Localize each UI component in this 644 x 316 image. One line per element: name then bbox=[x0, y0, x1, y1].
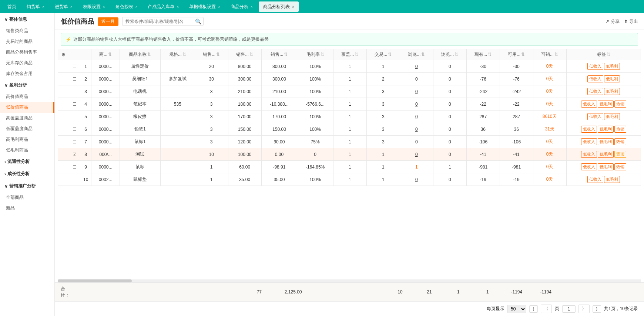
sidebar-item-low-coverage[interactable]: 低覆盖度商品 bbox=[0, 123, 54, 134]
sidebar-item-sales-products[interactable]: 销售类商品 bbox=[0, 26, 54, 36]
col-sales1[interactable]: 销售...⇅ bbox=[195, 49, 228, 60]
nav-home[interactable]: 首页 bbox=[3, 1, 21, 12]
nav-role-auth[interactable]: 角色授权 × bbox=[111, 1, 142, 12]
row-col11[interactable]: 0 bbox=[400, 123, 433, 136]
col-code[interactable]: 商...⇅ bbox=[91, 49, 120, 60]
share-icon: ↗ bbox=[606, 19, 609, 24]
row-checkbox[interactable]: ☐ bbox=[69, 123, 80, 136]
col-coverage[interactable]: 覆盖...⇅ bbox=[333, 49, 366, 60]
row-checkbox[interactable]: ☐ bbox=[69, 111, 80, 123]
row-col11[interactable]: 0 bbox=[400, 98, 433, 111]
nav-purchase-order[interactable]: 进货单 × bbox=[50, 1, 77, 12]
row-col11[interactable]: 0 bbox=[400, 73, 433, 85]
sidebar-item-high-value[interactable]: 高价值商品 bbox=[0, 91, 54, 102]
sidebar-group-overall[interactable]: ∨ 整体信息 bbox=[0, 13, 54, 26]
col-current[interactable]: 现有...⇅ bbox=[466, 49, 500, 60]
row-col15: 0天 bbox=[533, 161, 566, 173]
nav-sales-order[interactable]: 销货单 × bbox=[22, 1, 49, 12]
row-code: 0002... bbox=[91, 173, 120, 186]
col-name[interactable]: 商品名称⇅ bbox=[120, 49, 161, 60]
sidebar-group-profit[interactable]: ∨ 盈利分析 bbox=[0, 79, 54, 91]
col-browse1[interactable]: 浏览...⇅ bbox=[400, 49, 433, 60]
row-col11[interactable]: 0 bbox=[400, 136, 433, 148]
row-col11[interactable]: 0 bbox=[400, 148, 433, 161]
row-name: 电话机 bbox=[120, 85, 161, 98]
row-col9: 1 bbox=[333, 73, 366, 85]
nav-close-icon[interactable]: × bbox=[103, 5, 105, 9]
nav-close-icon[interactable]: × bbox=[42, 5, 44, 9]
row-gear[interactable] bbox=[58, 148, 69, 161]
nav-close-icon[interactable]: × bbox=[177, 5, 179, 9]
sidebar-item-category-sales-rate[interactable]: 商品分类销售率 bbox=[0, 47, 54, 58]
row-checkbox[interactable]: ☐ bbox=[69, 85, 80, 98]
nav-close-icon[interactable]: × bbox=[70, 5, 73, 9]
sidebar-item-traded-products[interactable]: 交易过的商品 bbox=[0, 36, 54, 47]
row-checkbox[interactable]: ☑ bbox=[69, 148, 80, 161]
nav-product-analysis-list[interactable]: 商品分析列表 × bbox=[259, 1, 299, 12]
col-sellable[interactable]: 可销...⇅ bbox=[533, 49, 566, 60]
row-checkbox[interactable]: ☐ bbox=[69, 173, 80, 186]
row-gear[interactable] bbox=[58, 60, 69, 73]
row-gear[interactable] bbox=[58, 111, 69, 123]
row-gear[interactable] bbox=[58, 85, 69, 98]
nav-template-settings[interactable]: 单据模板设置 × bbox=[185, 1, 225, 12]
sidebar-item-no-stock[interactable]: 无库存的商品 bbox=[0, 58, 54, 68]
sidebar-item-stock-capital[interactable]: 库存资金占用 bbox=[0, 68, 54, 79]
col-gear[interactable]: ⚙ bbox=[58, 49, 69, 60]
col-checkbox[interactable]: ☐ bbox=[69, 49, 80, 60]
row-gear[interactable] bbox=[58, 73, 69, 85]
col-margin[interactable]: 毛利率⇅ bbox=[297, 49, 333, 60]
nav-product-analysis[interactable]: 商品分析 × bbox=[226, 1, 257, 12]
row-checkbox[interactable]: ☐ bbox=[69, 73, 80, 85]
prev-page-button[interactable]: 〈 bbox=[541, 305, 552, 313]
row-col11[interactable]: 0 bbox=[400, 60, 433, 73]
search-input[interactable] bbox=[122, 17, 204, 26]
sidebar-item-low-value[interactable]: 低价值商品 bbox=[0, 102, 54, 113]
row-col11[interactable]: 1 bbox=[400, 161, 433, 173]
row-gear[interactable] bbox=[58, 98, 69, 111]
row-gear[interactable] bbox=[58, 173, 69, 186]
search-icon[interactable]: 🔍 bbox=[195, 18, 201, 24]
nav-close-icon[interactable]: × bbox=[251, 5, 253, 9]
sidebar-group-circulation[interactable]: › 流通性分析 bbox=[0, 156, 54, 168]
sidebar-item-all-products[interactable]: 全部商品 bbox=[0, 192, 54, 203]
col-sales3[interactable]: 销售...⇅ bbox=[261, 49, 297, 60]
row-gear[interactable] bbox=[58, 123, 69, 136]
nav-product-stock[interactable]: 产成品入库单 × bbox=[143, 1, 183, 12]
row-gear[interactable] bbox=[58, 161, 69, 173]
sidebar-group-marketing[interactable]: ∨ 营销推广分析 bbox=[0, 180, 54, 192]
sidebar-item-high-margin[interactable]: 高毛利商品 bbox=[0, 134, 54, 145]
sidebar-item-low-margin[interactable]: 低毛利商品 bbox=[0, 145, 54, 156]
row-gear[interactable] bbox=[58, 136, 69, 148]
filter-button[interactable]: 近一月 bbox=[98, 17, 118, 26]
sidebar-item-high-coverage[interactable]: 高覆盖度商品 bbox=[0, 113, 54, 123]
col-available[interactable]: 可用...⇅ bbox=[500, 49, 533, 60]
sidebar-group-growth[interactable]: › 成长性分析 bbox=[0, 168, 54, 180]
horizontal-scrollbar[interactable] bbox=[58, 279, 641, 282]
first-page-button[interactable]: ⟨ bbox=[529, 305, 538, 313]
per-page-select[interactable]: 50 100 200 bbox=[507, 305, 526, 313]
nav-close-active-icon[interactable]: × bbox=[292, 5, 294, 9]
page-number-input[interactable] bbox=[562, 305, 576, 313]
nav-close-icon[interactable]: × bbox=[135, 5, 138, 9]
export-button[interactable]: ⬆ 导出 bbox=[624, 18, 638, 25]
col-sales2[interactable]: 销售...⇅ bbox=[228, 49, 261, 60]
nav-permissions[interactable]: 权限设置 × bbox=[78, 1, 110, 12]
nav-close-icon[interactable]: × bbox=[218, 5, 220, 9]
last-page-button[interactable]: ⟩ bbox=[593, 305, 601, 313]
col-spec[interactable]: 规格...⇅ bbox=[160, 49, 195, 60]
col-tags[interactable]: 标签⇅ bbox=[566, 49, 641, 60]
col-browse2[interactable]: 浏览...⇅ bbox=[433, 49, 466, 60]
row-checkbox[interactable]: ☐ bbox=[69, 136, 80, 148]
row-col11[interactable]: 0 bbox=[400, 173, 433, 186]
row-checkbox[interactable]: ☐ bbox=[69, 98, 80, 111]
sidebar-item-new-products[interactable]: 新品 bbox=[0, 203, 54, 214]
next-page-button[interactable]: 〉 bbox=[578, 305, 590, 313]
scrollbar-thumb[interactable] bbox=[58, 279, 132, 282]
col-trade[interactable]: 交易...⇅ bbox=[366, 49, 400, 60]
share-button[interactable]: ↗ 分享 bbox=[606, 18, 620, 25]
row-checkbox[interactable]: ☐ bbox=[69, 60, 80, 73]
row-checkbox[interactable]: ☐ bbox=[69, 161, 80, 173]
row-col11[interactable]: 0 bbox=[400, 111, 433, 123]
row-col11[interactable]: 0 bbox=[400, 85, 433, 98]
